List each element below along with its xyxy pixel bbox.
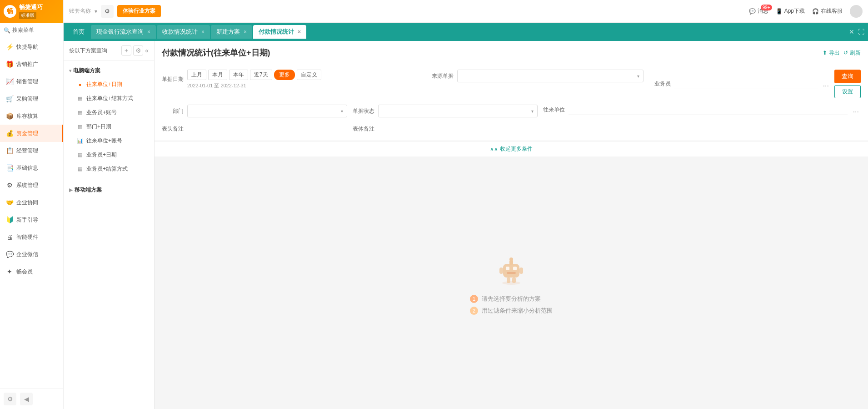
sidebar-item-collab[interactable]: 🤝 企业协同 (0, 194, 63, 211)
date-btn-7days[interactable]: 近7天 (250, 70, 272, 80)
sidebar-item-guide[interactable]: 🔰 新手引导 (0, 211, 63, 228)
close-all-tabs-btn[interactable]: ✕ (849, 28, 854, 35)
date-btn-last-month[interactable]: 上月 (187, 70, 206, 80)
tab-receipt-stat-close[interactable]: × (201, 29, 205, 35)
scheme-icon-7: ▦ (76, 166, 84, 173)
version-badge: 标准版 (19, 12, 36, 19)
footer-settings-btn[interactable]: ⚙ (4, 393, 16, 405)
header-note-label: 表头备注 (162, 125, 184, 133)
marketing-icon: 🎁 (5, 60, 14, 68)
doc-status-select[interactable]: ▾ (378, 105, 538, 117)
header-note-input[interactable] (187, 124, 347, 134)
add-scheme-btn[interactable]: + (121, 45, 131, 56)
tab-new-scheme[interactable]: 新建方案 × (211, 25, 252, 39)
scheme-item-partner-payment-label: 往来单位+结算方式 (86, 95, 133, 102)
hardware-icon: 🖨 (5, 233, 14, 241)
scheme-item-dept-date[interactable]: ▦ 部门+日期 (64, 120, 154, 134)
tab-new-scheme-close[interactable]: × (244, 29, 247, 35)
tab-bank-flow-close[interactable]: × (147, 29, 150, 35)
search-icon: 🔍 (4, 27, 10, 34)
sidebar-item-marketing[interactable]: 🎁 营销推广 (0, 56, 63, 73)
filter-row-2: 部门 ▾ 单据状态 ▾ 往来单位 (162, 105, 861, 117)
source-field: 来源单据 ▾ (432, 70, 644, 82)
query-btn[interactable]: 查询 (834, 70, 861, 83)
tab-payment-stat[interactable]: 付款情况统计 × (253, 25, 306, 39)
topbar-settings-btn[interactable]: ⚙ (101, 5, 114, 18)
company-dropdown[interactable]: ▾ (95, 8, 97, 15)
company-name: 账套名称 (69, 7, 91, 15)
sidebar-item-member[interactable]: ✦ 畅会员 (0, 263, 63, 280)
partner-input[interactable] (569, 105, 847, 115)
user-avatar[interactable] (850, 5, 863, 18)
date-btn-more[interactable]: 更多 (274, 70, 295, 80)
guide-icon: 🔰 (5, 216, 14, 224)
sidebar-item-basic[interactable]: 📑 基础信息 (0, 159, 63, 177)
tip-num-1: 1 (470, 295, 478, 303)
sidebar-item-quick-nav[interactable]: ⚡ 快捷导航 (0, 38, 63, 56)
scheme-item-staff-account[interactable]: ▦ 业务员+账号 (64, 106, 154, 120)
refresh-btn[interactable]: ↺ 刷新 (843, 49, 861, 57)
tab-home[interactable]: 首页 (67, 25, 90, 39)
date-btn-this-month[interactable]: 本月 (208, 70, 227, 80)
search-menu[interactable]: 🔍 搜索菜单 (0, 23, 63, 38)
tab-home-label: 首页 (73, 28, 85, 36)
desktop-section-title[interactable]: ▾ 电脑端方案 (64, 64, 154, 77)
filter-settings-btn[interactable]: 设置 (834, 85, 861, 98)
message-btn[interactable]: 💬 消息 99+ (749, 7, 768, 15)
source-select[interactable]: ▾ (457, 70, 644, 82)
trial-btn[interactable]: 体验行业方案 (117, 5, 161, 17)
scheme-item-partner-account-label: 往来单位+账号 (86, 137, 122, 145)
sidebar-item-hardware[interactable]: 🖨 智能硬件 (0, 228, 63, 246)
sidebar-item-capital[interactable]: 💰 资金管理 (0, 125, 63, 142)
app-icon: 📱 (776, 8, 783, 15)
dept-select[interactable]: ▾ (187, 105, 347, 117)
footer-collapse-btn[interactable]: ◀ (20, 393, 33, 405)
online-service-label: 在线客服 (821, 7, 843, 15)
empty-state: 1 请先选择要分析的方案 2 用过滤条件来缩小分析范围 (470, 251, 553, 315)
scheme-item-partner-date[interactable]: ● 往来单位+日期 (64, 77, 154, 91)
tab-bank-flow[interactable]: 现金银行流水查询 × (91, 25, 156, 39)
sidebar-header: 畅 畅捷通巧 标准版 (0, 0, 63, 23)
sidebar-item-purchase[interactable]: 🛒 采购管理 (0, 90, 63, 107)
sidebar: 畅 畅捷通巧 标准版 🔍 搜索菜单 ⚡ 快捷导航 🎁 营销推广 📈 销售管理 🛒… (0, 0, 64, 409)
scheme-item-staff-payment[interactable]: ▦ 业务员+结算方式 (64, 162, 154, 176)
scheme-item-partner-account[interactable]: 📊 往来单位+账号 (64, 134, 154, 148)
tab-payment-stat-close[interactable]: × (298, 29, 301, 35)
collapse-bar[interactable]: ∧∧ 收起更多条件 (155, 141, 868, 157)
online-service-btn[interactable]: 🎧 在线客服 (812, 7, 843, 15)
date-btn-this-year[interactable]: 本年 (229, 70, 248, 80)
scheme-item-staff-date[interactable]: ▦ 业务员+日期 (64, 148, 154, 162)
sidebar-item-wechat[interactable]: 💬 企业微信 (0, 246, 63, 263)
body-note-input[interactable] (378, 124, 538, 134)
source-select-arrow: ▾ (637, 74, 639, 79)
mobile-scheme-section: ▶ 移动端方案 (64, 180, 154, 200)
tip-2-text: 用过滤条件来缩小分析范围 (482, 307, 553, 315)
staff-input[interactable] (674, 79, 818, 89)
inventory-icon: 📦 (5, 112, 14, 120)
message-badge: 99+ (761, 5, 772, 10)
scheme-item-partner-payment[interactable]: ▦ 往来单位+结算方式 (64, 91, 154, 106)
fullscreen-btn[interactable]: ⛶ (858, 28, 864, 35)
app-download-btn[interactable]: 📱 App下载 (776, 7, 805, 15)
partner-dots[interactable]: ... (851, 106, 861, 114)
query-actions: 查询 设置 (834, 70, 861, 98)
member-icon: ✦ (5, 268, 14, 276)
date-btn-custom[interactable]: 自定义 (297, 70, 321, 80)
sales-label: 销售管理 (16, 78, 38, 86)
staff-field: 业务员 ... 查询 设置 (649, 70, 861, 98)
scheme-icon-5: 📊 (76, 137, 84, 145)
tab-receipt-stat[interactable]: 收款情况统计 × (157, 25, 210, 39)
tabs-bar: 首页 现金银行流水查询 × 收款情况统计 × 新建方案 × 付款情况统计 × ✕… (64, 23, 868, 41)
sidebar-item-system[interactable]: ⚙ 系统管理 (0, 177, 63, 194)
scheme-settings-btn[interactable]: ⚙ (133, 45, 143, 56)
export-icon: ⬆ (823, 50, 827, 56)
staff-dots[interactable]: ... (821, 80, 831, 88)
panel-collapse-btn[interactable]: « (145, 47, 149, 54)
purchase-label: 采购管理 (16, 95, 38, 103)
sidebar-item-inventory[interactable]: 📦 库存核算 (0, 107, 63, 125)
mobile-section-title[interactable]: ▶ 移动端方案 (64, 183, 154, 197)
sidebar-item-operation[interactable]: 📋 经营管理 (0, 142, 63, 159)
svg-point-0 (502, 281, 520, 285)
sidebar-item-sales[interactable]: 📈 销售管理 (0, 73, 63, 90)
export-btn[interactable]: ⬆ 导出 (823, 49, 840, 57)
